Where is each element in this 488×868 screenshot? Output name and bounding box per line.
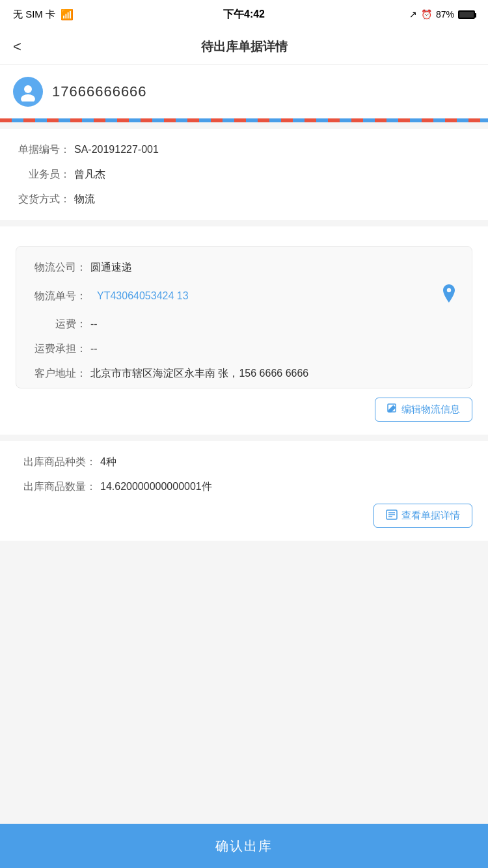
confirm-bar[interactable]: 确认出库 xyxy=(0,824,488,868)
view-detail-label: 查看单据详情 xyxy=(401,509,460,522)
view-detail-button[interactable]: 查看单据详情 xyxy=(373,504,472,528)
logistics-company-value: 圆通速递 xyxy=(90,260,456,275)
status-bar-time: 下午4:42 xyxy=(223,8,265,21)
customer-phone: 17666666666 xyxy=(52,83,147,100)
confirm-button-label: 确认出库 xyxy=(215,837,273,855)
status-bar-left: 无 SIM 卡 📶 xyxy=(13,8,74,21)
status-bar: 无 SIM 卡 📶 下午4:42 ↗ ⏰ 87% xyxy=(0,0,488,29)
avatar xyxy=(13,77,43,107)
salesman-label: 业务员： xyxy=(16,167,74,182)
battery-text: 87% xyxy=(436,9,454,20)
logistics-tracking-row: 物流单号： YT43064053424 13 xyxy=(32,284,456,307)
delivery-value: 物流 xyxy=(74,191,472,207)
goods-quantity-row: 出库商品数量： 14.620000000000001件 xyxy=(16,479,472,495)
navigation-bar: < 待出库单据详情 xyxy=(0,29,488,65)
page-title: 待出库单据详情 xyxy=(201,38,288,55)
svg-point-0 xyxy=(24,85,32,93)
edit-logistics-button[interactable]: 编辑物流信息 xyxy=(375,398,472,422)
freight-bear-row: 运费承担： -- xyxy=(32,341,456,357)
delivery-row: 交货方式： 物流 xyxy=(16,191,472,207)
edit-logistics-label: 编辑物流信息 xyxy=(401,403,460,416)
bottom-spacer xyxy=(0,547,488,651)
location-pin-icon[interactable] xyxy=(442,284,456,307)
freight-value: -- xyxy=(90,316,456,332)
goods-types-row: 出库商品种类： 4种 xyxy=(16,454,472,470)
goods-quantity-value: 14.620000000000001件 xyxy=(100,479,472,495)
address-label: 客户地址： xyxy=(32,366,90,381)
view-detail-btn-container: 查看单据详情 xyxy=(16,504,472,528)
goods-quantity-label: 出库商品数量： xyxy=(16,479,100,495)
avatar-icon xyxy=(18,82,38,102)
logistics-section: 物流公司： 圆通速递 物流单号： YT43064053424 13 运费： --… xyxy=(0,226,488,435)
location-icon: ↗ xyxy=(409,9,417,20)
wifi-icon: 📶 xyxy=(61,8,74,21)
document-number-row: 单据编号： SA-20191227-001 xyxy=(16,142,472,157)
address-value: 北京市市辖区海淀区永丰南 张，156 6666 6666 xyxy=(90,366,456,381)
freight-bear-value: -- xyxy=(90,341,456,357)
address-row: 客户地址： 北京市市辖区海淀区永丰南 张，156 6666 6666 xyxy=(32,366,456,381)
goods-types-label: 出库商品种类： xyxy=(16,454,100,470)
customer-header: 17666666666 xyxy=(0,65,488,118)
document-number-label: 单据编号： xyxy=(16,142,74,157)
logistics-company-row: 物流公司： 圆通速递 xyxy=(32,260,456,275)
battery-icon xyxy=(458,10,475,19)
list-icon xyxy=(386,509,398,522)
carrier-text: 无 SIM 卡 xyxy=(13,8,55,21)
status-bar-right: ↗ ⏰ 87% xyxy=(409,9,475,20)
document-number-value: SA-20191227-001 xyxy=(74,142,472,157)
alarm-icon: ⏰ xyxy=(421,9,432,20)
document-info-section: 单据编号： SA-20191227-001 业务员： 曾凡杰 交货方式： 物流 xyxy=(0,129,488,220)
logistics-card: 物流公司： 圆通速递 物流单号： YT43064053424 13 运费： --… xyxy=(16,246,472,388)
edit-icon xyxy=(387,403,398,416)
freight-label: 运费： xyxy=(32,316,90,332)
salesman-row: 业务员： 曾凡杰 xyxy=(16,167,472,182)
logistics-company-label: 物流公司： xyxy=(32,260,90,275)
freight-bear-label: 运费承担： xyxy=(32,341,90,357)
delivery-label: 交货方式： xyxy=(16,191,74,207)
goods-types-value: 4种 xyxy=(100,454,472,470)
svg-point-1 xyxy=(21,94,35,102)
back-button[interactable]: < xyxy=(13,33,29,61)
dashed-separator xyxy=(0,118,488,122)
goods-section: 出库商品种类： 4种 出库商品数量： 14.620000000000001件 查… xyxy=(0,441,488,541)
salesman-value: 曾凡杰 xyxy=(74,167,472,182)
edit-logistics-btn-container: 编辑物流信息 xyxy=(16,398,472,422)
logistics-tracking-value: YT43064053424 13 xyxy=(97,288,431,304)
freight-row: 运费： -- xyxy=(32,316,456,332)
logistics-tracking-label: 物流单号： xyxy=(32,288,90,304)
